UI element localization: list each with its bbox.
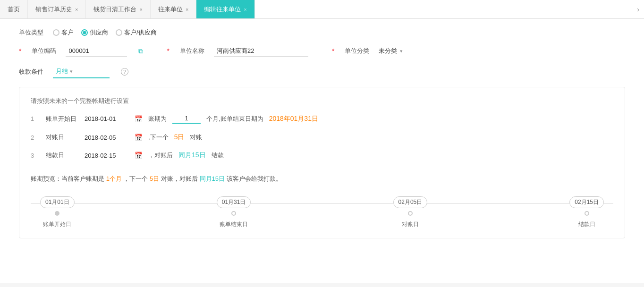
close-partner-unit-icon[interactable]: × [186,7,188,12]
step-row-3: 3 结款日 2018-02-15 📅 ，对账后 同月15日 结款 [31,151,613,160]
step-row-2: 2 对账日 2018-02-05 📅 ,下一个 5日 对账 [31,133,613,142]
step-label-3: 结款日 [46,151,79,160]
unit-info-row: * 单位编码 000001 ⧉ * 单位名称 河南供应商22 * 单位分类 未分… [19,45,625,57]
payment-terms-select[interactable]: 月结 ▾ [53,65,110,78]
copy-icon[interactable]: ⧉ [138,47,143,55]
tab-home-label: 首页 [8,5,20,14]
period-unit-text: 个月,账单结束日期为 [206,115,263,123]
unit-category-value: 未分类 [379,47,397,55]
timeline-dot-2 [231,211,236,216]
step-label-2: 对账日 [46,133,79,142]
unit-category-star: * [332,47,334,55]
tab-edit-partner-label: 编辑往来单位 [204,5,241,14]
step-num-3: 3 [31,152,40,159]
step-label-1: 账单开始日 [46,115,79,123]
tab-home[interactable]: 首页 [0,0,28,18]
payment-terms-dropdown-icon: ▾ [70,68,73,75]
section-description: 请按照未来的一个完整帐期进行设置 [31,97,613,105]
timeline-label-4: 结款日 [578,220,595,228]
category-dropdown-icon: ▾ [400,48,403,54]
unit-name-star: * [167,47,169,55]
tab-cash-work[interactable]: 钱货日清工作台 × [86,0,150,18]
radio-customer-supplier[interactable]: 客户/供应商 [116,28,157,37]
preview-label: 账期预览：当前客户账期是 [31,175,104,182]
unit-type-row: 单位类型 客户 供应商 客户/供应商 [19,28,625,37]
radio-customer-supplier-label: 客户/供应商 [124,28,157,37]
preview-part1: 1个月 [106,175,122,182]
timeline-badge-2: 01月31日 [217,196,251,208]
tab-cash-work-label: 钱货日清工作台 [93,5,136,14]
timeline: 01月01日 账单开始日 01月31日 账单结束日 02月05日 对账日 [31,196,613,228]
payment-terms-value: 月结 [56,67,68,76]
radio-customer-label: 客户 [61,28,74,37]
timeline-point-1: 01月01日 账单开始日 [40,196,75,228]
payment-terms-label: 收款条件 [19,68,43,76]
unit-category-label: 单位分类 [345,47,369,55]
timeline-label-2: 账单结束日 [220,220,248,228]
step2-desc-prefix: ,下一个 [148,133,169,142]
timeline-point-2: 01月31日 账单结束日 [217,196,251,228]
radio-supplier-circle [81,29,88,36]
step-num-1: 1 [31,115,40,122]
radio-customer[interactable]: 客户 [53,28,74,37]
timeline-badge-1: 01月01日 [40,196,75,208]
timeline-badge-4: 02月15日 [569,196,604,208]
timeline-point-4: 02月15日 结款日 [569,196,604,228]
tab-scroll-right[interactable]: › [632,0,644,18]
radio-supplier-label: 供应商 [90,28,108,37]
timeline-label-3: 对账日 [402,220,419,228]
timeline-dot-3 [408,211,413,216]
tab-bar: 首页 销售订单历史 × 钱货日清工作台 × 往来单位 × 编辑往来单位 × › [0,0,644,19]
step-date-3: 2018-02-15 [85,152,127,159]
unit-type-radio-group: 客户 供应商 客户/供应商 [53,28,157,37]
tab-sales-history-label: 销售订单历史 [35,5,72,14]
step3-desc-suffix: 结款 [212,151,224,160]
payment-terms-row: 收款条件 月结 ▾ ? [19,65,625,78]
preview-part2-highlight: 5日 [150,175,159,182]
preview-part2-prefix: ，下一个 [123,175,148,182]
step-period-label: 账期为 [148,115,167,123]
step3-desc-prefix: ，对账后 [148,151,173,160]
preview-part3-suffix: 该客户会给我打款。 [227,175,282,182]
radio-supplier[interactable]: 供应商 [81,28,108,37]
timeline-label-1: 账单开始日 [43,220,71,228]
tab-partner-unit-label: 往来单位 [158,5,183,14]
step-row-1: 1 账单开始日 2018-01-01 📅 账期为 1 个月,账单结束日期为 20… [31,114,613,124]
unit-name-label: 单位名称 [180,47,204,55]
calendar-icon-1[interactable]: 📅 [135,115,143,123]
tab-partner-unit[interactable]: 往来单位 × [151,0,196,18]
close-edit-partner-icon[interactable]: × [244,7,246,12]
calendar-icon-2[interactable]: 📅 [135,134,143,141]
unit-code-star: * [19,47,21,55]
unit-code-label: 单位编码 [32,47,56,55]
timeline-points: 01月01日 账单开始日 01月31日 账单结束日 02月05日 对账日 [40,196,604,228]
step2-desc-suffix: 对账 [190,133,202,142]
tab-sales-history[interactable]: 销售订单历史 × [28,0,86,18]
unit-name-input[interactable]: 河南供应商22 [214,45,308,57]
step-date-2: 2018-02-05 [85,134,127,141]
billing-period-section: 请按照未来的一个完整帐期进行设置 1 账单开始日 2018-01-01 📅 账期… [19,87,625,238]
payment-terms-help-icon[interactable]: ? [121,68,128,76]
step3-highlight: 同月15日 [178,151,206,160]
step2-highlight: 5日 [174,133,185,142]
period-value-input[interactable]: 1 [172,114,201,124]
main-content: 单位类型 客户 供应商 客户/供应商 * 单位编码 000001 ⧉ * 单位名… [0,19,644,283]
timeline-badge-3: 02月05日 [393,196,428,208]
timeline-dot-4 [585,211,589,216]
timeline-point-3: 02月05日 对账日 [393,196,428,228]
preview-part3-highlight: 同月15日 [200,175,225,182]
tab-edit-partner[interactable]: 编辑往来单位 × [196,0,254,18]
close-cash-work-icon[interactable]: × [139,7,142,12]
unit-type-label: 单位类型 [19,28,43,37]
timeline-dot-1 [55,211,59,216]
step-date-1: 2018-01-01 [85,115,127,122]
radio-customer-supplier-circle [116,29,122,36]
period-end-date: 2018年01月31日 [269,115,318,123]
close-sales-history-icon[interactable]: × [75,7,78,12]
unit-code-input[interactable]: 000001 [66,45,127,57]
preview-part2-suffix: 对账，对账后 [161,175,198,182]
calendar-icon-3[interactable]: 📅 [135,152,143,159]
unit-category-select[interactable]: 未分类 ▾ [379,47,403,55]
step-num-2: 2 [31,134,40,141]
radio-customer-circle [53,29,59,36]
